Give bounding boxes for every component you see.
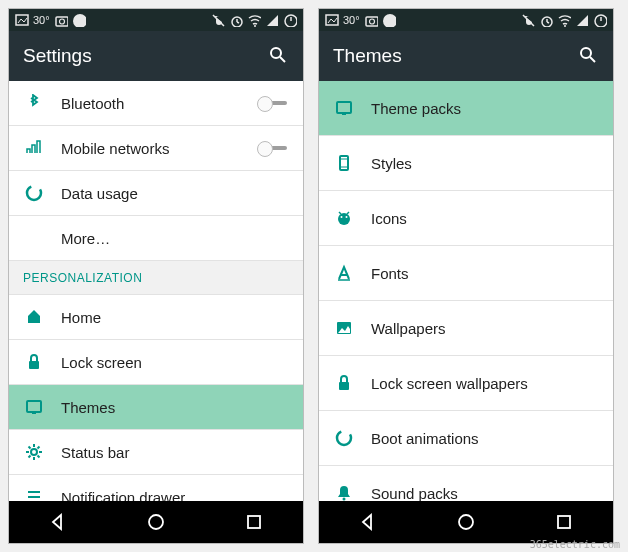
row-styles[interactable]: Styles <box>319 136 613 191</box>
nav-back[interactable] <box>28 501 88 543</box>
row-label: Themes <box>61 399 289 416</box>
whatsapp-icon <box>72 13 86 27</box>
whatsapp-icon <box>382 13 396 27</box>
camera-icon <box>364 13 378 27</box>
row-label: Mobile networks <box>61 140 241 157</box>
row-label: Home <box>61 309 289 326</box>
settings-screen: 30° Settings Bluetooth Mobile networks <box>8 8 304 544</box>
status-bar: 30° <box>319 9 613 31</box>
row-label: Status bar <box>61 444 289 461</box>
wifi-icon <box>247 13 261 27</box>
row-fonts[interactable]: Fonts <box>319 246 613 301</box>
page-title: Themes <box>333 45 402 67</box>
clock-icon <box>283 13 297 27</box>
row-label: Bluetooth <box>61 95 241 112</box>
row-themes[interactable]: Themes <box>9 385 303 430</box>
themes-screen: 30° Themes Theme packs Styles Icons <box>318 8 614 544</box>
signal-icon <box>23 139 45 157</box>
wifi-icon <box>557 13 571 27</box>
app-bar: Settings <box>9 31 303 81</box>
themes-icon <box>23 398 45 416</box>
mute-icon <box>211 13 225 27</box>
themes-list: Theme packs Styles Icons Fonts Wallpaper… <box>319 81 613 501</box>
font-icon <box>333 264 355 282</box>
clock-icon <box>593 13 607 27</box>
row-lock-wallpapers[interactable]: Lock screen wallpapers <box>319 356 613 411</box>
alarm-icon <box>539 13 553 27</box>
nav-bar <box>319 501 613 543</box>
picture-icon <box>15 13 29 27</box>
camera-icon <box>54 13 68 27</box>
nav-home[interactable] <box>126 501 186 543</box>
bell-icon <box>333 484 355 501</box>
row-icons[interactable]: Icons <box>319 191 613 246</box>
row-label: Theme packs <box>371 100 599 117</box>
alarm-icon <box>229 13 243 27</box>
temperature: 30° <box>33 14 50 26</box>
bluetooth-icon <box>23 94 45 112</box>
home-icon <box>23 308 45 326</box>
row-label: Wallpapers <box>371 320 599 337</box>
row-label: Sound packs <box>371 485 599 502</box>
row-label: Styles <box>371 155 599 172</box>
page-title: Settings <box>23 45 92 67</box>
bluetooth-toggle[interactable] <box>257 96 289 110</box>
search-icon[interactable] <box>579 46 599 66</box>
list-icon <box>23 488 45 501</box>
row-notification-drawer[interactable]: Notification drawer <box>9 475 303 501</box>
android-icon <box>333 209 355 227</box>
search-icon[interactable] <box>269 46 289 66</box>
row-data-usage[interactable]: Data usage <box>9 171 303 216</box>
temperature: 30° <box>343 14 360 26</box>
row-label: Lock screen wallpapers <box>371 375 599 392</box>
row-theme-packs[interactable]: Theme packs <box>319 81 613 136</box>
signal-strength-icon <box>265 13 279 27</box>
row-label: Lock screen <box>61 354 289 371</box>
row-more[interactable]: More… <box>9 216 303 261</box>
data-usage-icon <box>333 429 355 447</box>
app-bar: Themes <box>319 31 613 81</box>
lock-icon <box>23 353 45 371</box>
nav-bar <box>9 501 303 543</box>
image-icon <box>333 319 355 337</box>
row-label: Notification drawer <box>61 489 289 502</box>
signal-strength-icon <box>575 13 589 27</box>
row-boot-animations[interactable]: Boot animations <box>319 411 613 466</box>
watermark: 365electric.com <box>530 539 620 550</box>
data-usage-icon <box>23 184 45 202</box>
lock-icon <box>333 374 355 392</box>
mute-icon <box>521 13 535 27</box>
settings-list: Bluetooth Mobile networks Data usage Mor… <box>9 81 303 501</box>
section-personalization: Personalization <box>9 261 303 295</box>
nav-home[interactable] <box>436 501 496 543</box>
picture-icon <box>325 13 339 27</box>
row-wallpapers[interactable]: Wallpapers <box>319 301 613 356</box>
nav-recent[interactable] <box>534 501 594 543</box>
gear-icon <box>23 443 45 461</box>
row-status-bar[interactable]: Status bar <box>9 430 303 475</box>
nav-recent[interactable] <box>224 501 284 543</box>
row-label: Icons <box>371 210 599 227</box>
nav-back[interactable] <box>338 501 398 543</box>
row-bluetooth[interactable]: Bluetooth <box>9 81 303 126</box>
mobile-networks-toggle[interactable] <box>257 141 289 155</box>
row-label: Boot animations <box>371 430 599 447</box>
row-lock-screen[interactable]: Lock screen <box>9 340 303 385</box>
themes-icon <box>333 99 355 117</box>
row-sound-packs[interactable]: Sound packs <box>319 466 613 501</box>
row-label: More… <box>61 230 289 247</box>
styles-icon <box>333 154 355 172</box>
row-home[interactable]: Home <box>9 295 303 340</box>
row-label: Fonts <box>371 265 599 282</box>
row-label: Data usage <box>61 185 289 202</box>
status-bar: 30° <box>9 9 303 31</box>
row-mobile-networks[interactable]: Mobile networks <box>9 126 303 171</box>
